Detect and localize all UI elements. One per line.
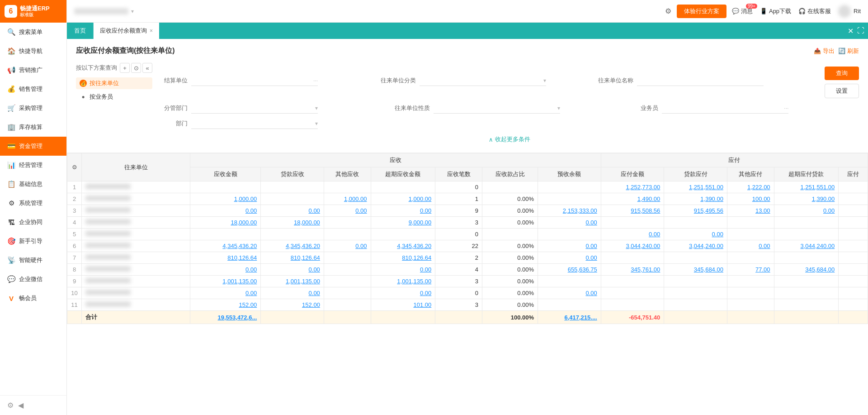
row-ar_overdue[interactable]: 4,345,436.20 [371,240,435,252]
sidebar-item-marketing[interactable]: 📢 营销推广 [0,61,66,80]
collapse-filter-btn[interactable]: ∧ 收起更多条件 [489,135,530,143]
salesperson-input[interactable] [662,103,784,113]
row-ap_loan[interactable]: 3,044,240.00 [664,240,727,252]
total-ar-prepay[interactable]: 6,417,215.... [538,311,601,324]
row-ar_amount[interactable]: 4,345,436.20 [190,240,261,252]
row-ap_amount[interactable]: 1,490.00 [601,193,664,205]
row-ar_loan[interactable]: 0.00 [261,264,324,276]
tab-close-icon[interactable]: × [150,28,153,34]
row-ar_loan[interactable]: 0.00 [261,205,324,217]
row-ar_overdue[interactable]: 9,000.00 [371,217,435,229]
topbar-gear-icon[interactable]: ⚙ [665,7,671,15]
row-ar_other[interactable]: 1,000.00 [324,193,371,205]
busmen-dropdown-icon[interactable]: ▾ [315,120,318,127]
row-ap_overdue[interactable]: 3,044,240.00 [774,240,839,252]
row-ar_loan[interactable]: 1,001,135.00 [261,276,324,287]
sidebar-item-system[interactable]: ⚙ 系统管理 [0,194,66,213]
total-ar-amount[interactable]: 19,553,472,6... [190,311,261,324]
row-ar_loan[interactable]: 0.00 [261,287,324,299]
row-ar_amount[interactable]: 18,000.00 [190,217,261,229]
row-ap_loan[interactable]: 0.00 [664,229,727,240]
messages-item[interactable]: 💬 消息 99+ [732,7,753,15]
sidebar-item-guide[interactable]: 🎯 新手引导 [0,232,66,251]
salesperson-dotdot-icon[interactable]: ··· [784,105,788,111]
add-scheme-btn[interactable]: + [120,63,130,73]
sidebar-item-sales[interactable]: 💰 销售管理 [0,80,66,99]
row-ap_overdue[interactable]: 345,684.00 [774,264,839,276]
row-ar_loan[interactable]: 4,345,436.20 [261,240,324,252]
row-ar_overdue[interactable]: 1,000.00 [371,193,435,205]
name-input[interactable] [637,75,764,86]
row-ap_amount[interactable]: 3,044,240.00 [601,240,664,252]
sidebar-item-purchase[interactable]: 🛒 采购管理 [0,99,66,118]
row-ar_loan[interactable]: 152.00 [261,299,324,311]
sidebar-item-corp[interactable]: 🏗 企业协同 [0,213,66,232]
row-ar_other[interactable]: 0.00 [324,240,371,252]
row-ar_overdue[interactable]: 101.00 [371,299,435,311]
sidebar-item-basic[interactable]: 📋 基础信息 [0,175,66,194]
row-ap_loan[interactable]: 915,495.56 [664,205,727,217]
collapse-scheme-btn[interactable]: « [142,63,152,73]
row-ar_prepay[interactable]: 0.00 [538,240,601,252]
sidebar-item-finance[interactable]: 💳 资金管理 [0,137,66,156]
row-ap_overdue[interactable]: 1,251,551.00 [774,181,839,193]
category-input[interactable] [420,75,543,86]
row-ar_overdue[interactable]: 0.00 [371,287,435,299]
sidebar-item-wechat[interactable]: 💬 企业微信 [0,270,66,289]
row-ap_overdue[interactable]: 0.00 [774,205,839,217]
row-ar_overdue[interactable]: 810,126.64 [371,252,435,264]
query-button[interactable]: 查询 [825,67,859,80]
row-ar_prepay[interactable]: 0.00 [538,252,601,264]
tab-home[interactable]: 首页 [67,23,94,39]
row-ar_other[interactable]: 0.00 [324,205,371,217]
row-ar_prepay[interactable]: 655,636.75 [538,264,601,276]
row-ap_loan[interactable]: 1,251,551.00 [664,181,727,193]
row-ap_loan[interactable]: 345,684.00 [664,264,727,276]
window-close-btn[interactable]: ✕ [848,27,854,35]
export-button[interactable]: 📤 导出 [814,47,835,55]
busmen-input[interactable] [191,118,315,129]
row-ar_amount[interactable]: 0.00 [190,287,261,299]
collapse-sidebar-icon[interactable]: ◀ [18,401,24,410]
category-dropdown-icon[interactable]: ▾ [543,77,546,84]
row-ar_prepay[interactable]: 0.00 [538,287,601,299]
scheme-option-salesperson[interactable]: ● 按业务员 [76,91,152,103]
settings-button[interactable]: 设置 [825,84,859,98]
row-ap_other[interactable]: 100.00 [727,193,774,205]
refresh-button[interactable]: 🔄 刷新 [838,47,859,55]
dept-dropdown-icon[interactable]: ▾ [315,105,318,111]
row-ar_loan[interactable]: 18,000.00 [261,217,324,229]
sidebar-item-operation[interactable]: 📊 经营管理 [0,156,66,175]
sidebar-item-search[interactable]: 🔍 搜索菜单 [0,23,66,42]
sidebar-item-inventory[interactable]: 🏢 库存核算 [0,118,66,137]
sidebar-item-quicknav[interactable]: 🏠 快捷导航 [0,42,66,61]
row-ap_other[interactable]: 77.00 [727,264,774,276]
row-ap_other[interactable]: 1,222.00 [727,181,774,193]
nature-input[interactable] [434,103,557,113]
promo-button[interactable]: 体验行业方案 [677,5,726,18]
row-ar_amount[interactable]: 0.00 [190,264,261,276]
row-ar_overdue[interactable]: 0.00 [371,264,435,276]
table-settings-icon[interactable]: ⚙ [72,164,77,171]
nature-dropdown-icon[interactable]: ▾ [557,105,560,111]
app-download-item[interactable]: 📱 App下载 [760,7,791,15]
online-service-item[interactable]: 🎧 在线客服 [798,7,831,15]
row-ap_amount[interactable]: 0.00 [601,229,664,240]
settings-bottom-icon[interactable]: ⚙ [7,401,14,410]
row-ap_overdue[interactable]: 1,390.00 [774,193,839,205]
sidebar-item-member[interactable]: V 畅会员 [0,289,66,308]
row-ap_loan[interactable]: 1,390.00 [664,193,727,205]
sidebar-item-hardware[interactable]: 📡 智能硬件 [0,251,66,270]
th-settings[interactable]: ⚙ [67,153,82,181]
jiesuan-dotdot-icon[interactable]: ··· [313,77,318,84]
settings-scheme-btn[interactable]: ⊙ [131,63,141,73]
row-ar_amount[interactable]: 1,001,135.00 [190,276,261,287]
tab-current[interactable]: 应收应付余额查询 × [94,23,159,39]
row-ar_amount[interactable]: 0.00 [190,205,261,217]
row-ar_prepay[interactable]: 2,153,333.00 [538,205,601,217]
jiesuan-input[interactable] [191,75,313,86]
user-info[interactable]: Rit [838,5,861,18]
fullscreen-btn[interactable]: ⛶ [857,27,864,35]
row-ap_other[interactable]: 13.00 [727,205,774,217]
row-ar_prepay[interactable]: 0.00 [538,217,601,229]
